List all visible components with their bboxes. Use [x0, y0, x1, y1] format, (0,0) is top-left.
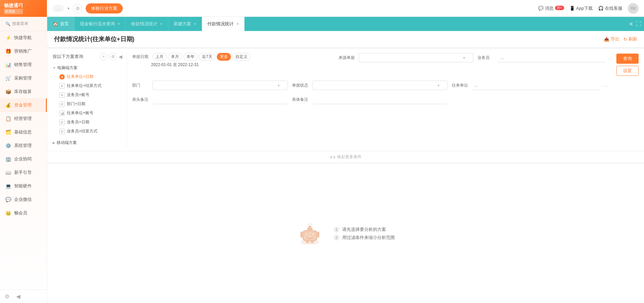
- sidebar-item-hardware[interactable]: 💻 智能硬件: [0, 179, 47, 193]
- scheme-staff-settle[interactable]: ⊞ 业务员+结算方式: [53, 127, 122, 136]
- sidebar-item-sales[interactable]: 📊 销售管理: [0, 58, 47, 71]
- staff-input[interactable]: [498, 53, 606, 62]
- sidebar-item-enterprise[interactable]: 🏢 企业协同: [0, 152, 47, 166]
- footer-collapse-btn[interactable]: ◀: [16, 293, 20, 300]
- tab-payment[interactable]: 付款情况统计 ×: [202, 17, 244, 31]
- header-note-input[interactable]: [152, 95, 288, 104]
- tab-new-close[interactable]: ×: [194, 22, 196, 26]
- scheme-partner-account[interactable]: 📊 往来单位+账号: [53, 109, 122, 118]
- query-btn[interactable]: 查询: [616, 54, 639, 64]
- sidebar-item-member[interactable]: 👑 畅会员: [0, 206, 47, 220]
- search-menu-btn[interactable]: 🔍 搜索菜单: [3, 20, 43, 28]
- sales-icon: 📊: [5, 61, 11, 68]
- basic-icon: 🗂️: [5, 129, 11, 135]
- scheme-partner-settle[interactable]: ⊞ 往来单位+结算方式: [53, 81, 122, 90]
- body-note-input[interactable]: [312, 95, 448, 104]
- tab-receipt-close[interactable]: ×: [160, 22, 163, 26]
- refresh-icon: ↻: [623, 37, 627, 42]
- topbar: ... ▾ ⚙ 体验行业方案 💬 消息 99+ 📱 App下载 🎧 在线客服 R…: [47, 0, 644, 17]
- desktop-group-header[interactable]: ▼ 电脑端方案: [53, 64, 122, 72]
- sidebar: 畅捷通巧 标准版 🔍 搜索菜单 ⚡ 快捷导航 🎁 营销推广 📊 销售管理 🛒 采…: [0, 0, 47, 303]
- sidebar-item-basic[interactable]: 🗂️ 基础信息: [0, 125, 47, 139]
- sidebar-item-quicknav[interactable]: ⚡ 快捷导航: [0, 31, 47, 44]
- scheme-staff-settle-icon: ⊞: [59, 129, 65, 134]
- sidebar-nav: ⚡ 快捷导航 🎁 营销推广 📊 销售管理 🛒 采购管理 📦 库存核算 💰 资金管…: [0, 31, 47, 290]
- sidebar-item-guide[interactable]: 📖 新手引导: [0, 166, 47, 179]
- message-btn[interactable]: 💬 消息 99+: [538, 5, 564, 11]
- doc-status-select[interactable]: ▾: [312, 81, 448, 90]
- tab-home[interactable]: 🏠 首页: [47, 17, 75, 31]
- sidebar-collapse-btn[interactable]: ◀: [119, 54, 122, 59]
- sidebar-item-wechat[interactable]: 💬 企业微信: [0, 193, 47, 206]
- sidebar-item-operation-label: 经营管理: [14, 116, 32, 122]
- logo: 畅捷通巧 标准版: [4, 3, 23, 14]
- filter-settings-btn[interactable]: 设置: [616, 66, 639, 76]
- staff-more-icon[interactable]: …: [608, 55, 612, 60]
- sidebar-item-enterprise-label: 企业协同: [14, 156, 32, 162]
- message-icon: 💬: [538, 6, 544, 11]
- message-badge: 99+: [555, 6, 564, 10]
- partner-more-icon[interactable]: …: [604, 83, 608, 88]
- tab-home-label: 首页: [60, 21, 69, 27]
- mobile-scheme-group-header[interactable]: ▶ 移动端方案: [53, 139, 122, 147]
- date-more-btn[interactable]: 更多: [217, 53, 231, 61]
- dept-select[interactable]: ▾: [152, 81, 288, 90]
- scheme-partner-date[interactable]: ● 往来单位+日期: [53, 72, 122, 81]
- sidebar-item-guide-label: 新手引导: [14, 170, 32, 176]
- scheme-staff-account[interactable]: ⊞ 业务员+账号: [53, 90, 122, 99]
- scheme-partner-settle-label: 往来单位+结算方式: [67, 83, 101, 89]
- date-custom-btn[interactable]: 自定义: [232, 53, 251, 61]
- collapse-bar[interactable]: ∧∧ 收起更多条件: [47, 151, 644, 162]
- tab-bank-close[interactable]: ×: [118, 22, 120, 26]
- scheme-partner-date-icon: ●: [59, 74, 65, 80]
- body-note-label: 表体备注: [292, 97, 310, 102]
- partner-input[interactable]: [472, 81, 601, 90]
- source-select[interactable]: ▾: [359, 53, 473, 62]
- source-label: 来源单据: [339, 55, 356, 61]
- tab-payment-close[interactable]: ×: [236, 22, 239, 26]
- member-icon: 👑: [5, 210, 11, 216]
- mobile-group-label: 移动端方案: [57, 140, 77, 146]
- sidebar-item-capital[interactable]: 💰 资金管理: [0, 98, 47, 112]
- scheme-partner-settle-icon: ⊞: [59, 83, 65, 89]
- filter-panel: 按以下方案查询 + ⚙ ◀ ▼ 电脑端方案 ●: [47, 49, 644, 162]
- hint-1-num: 1: [333, 226, 340, 233]
- app-icon: 📱: [569, 6, 575, 11]
- footer-settings-btn[interactable]: ⚙: [5, 293, 9, 300]
- add-scheme-btn[interactable]: +: [100, 53, 107, 60]
- empty-hint-1: 1 请先选择要分析的方案: [333, 226, 395, 233]
- date-this-year-btn[interactable]: 本年: [183, 53, 198, 61]
- app-download-btn[interactable]: 📱 App下载: [569, 5, 593, 11]
- date-last-7-btn[interactable]: 近7天: [199, 53, 215, 61]
- wechat-icon: 💬: [5, 196, 11, 203]
- refresh-btn[interactable]: ↻ 刷新: [623, 36, 637, 42]
- scheme-dept-date[interactable]: ⊞ 部门+日期: [53, 99, 122, 109]
- marketing-icon: 🎁: [5, 48, 11, 55]
- tab-new[interactable]: 新建方案 ×: [168, 17, 202, 31]
- dept-chevron-icon: ▾: [278, 84, 280, 87]
- scheme-staff-date[interactable]: ⊞ 业务员+日期: [53, 118, 122, 127]
- tab-bank[interactable]: 现金银行流水查询 ×: [75, 17, 126, 31]
- sidebar-search-area[interactable]: 🔍 搜索菜单: [0, 17, 47, 31]
- sidebar-item-inventory[interactable]: 📦 库存核算: [0, 85, 47, 98]
- tab-payment-label: 付款情况统计: [207, 21, 234, 27]
- service-icon: 🎧: [598, 6, 604, 11]
- tab-close-btn[interactable]: ✕: [629, 21, 633, 27]
- sidebar-item-purchase-label: 采购管理: [14, 75, 32, 81]
- tab-expand-btn[interactable]: ⛶: [636, 21, 641, 27]
- doc-status-label: 单据状态: [292, 83, 310, 88]
- date-this-month-btn[interactable]: 本月: [168, 53, 182, 61]
- sidebar-item-system[interactable]: ⚙️ 系统管理: [0, 139, 47, 152]
- customer-service-btn[interactable]: 🎧 在线客服: [598, 5, 622, 11]
- sidebar-item-operation[interactable]: 📋 经营管理: [0, 112, 47, 125]
- sidebar-item-marketing[interactable]: 🎁 营销推广: [0, 44, 47, 58]
- topbar-settings-btn[interactable]: ⚙: [73, 4, 82, 13]
- scheme-settings-btn[interactable]: ⚙: [109, 53, 117, 60]
- sidebar-item-purchase[interactable]: 🛒 采购管理: [0, 71, 47, 85]
- user-avatar[interactable]: Rit: [628, 3, 639, 14]
- export-btn[interactable]: 📤 导出: [604, 36, 619, 42]
- date-last-month-btn[interactable]: 上月: [152, 53, 167, 61]
- trial-btn[interactable]: 体验行业方案: [86, 3, 123, 13]
- filter-action-buttons: 查询 设置: [616, 54, 639, 76]
- tab-receipt[interactable]: 收款情况统计 ×: [126, 17, 168, 31]
